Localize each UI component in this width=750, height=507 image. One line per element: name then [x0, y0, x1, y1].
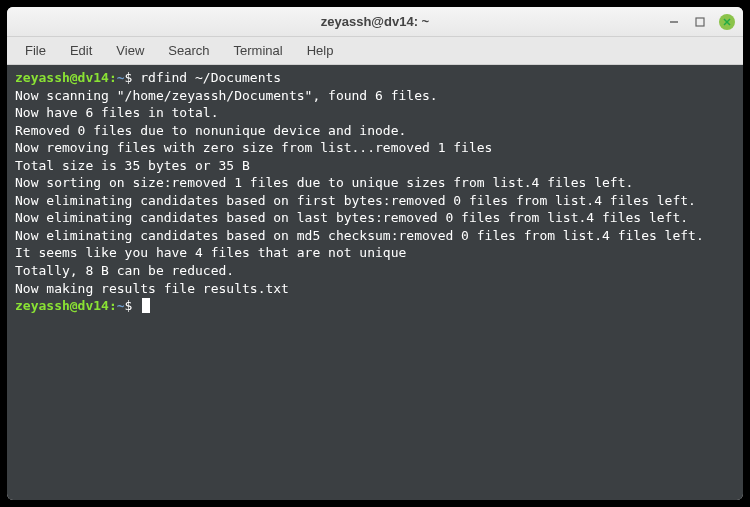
- terminal-window: zeyassh@dv14: ~ File Edit View Search Te…: [7, 7, 743, 500]
- output-line: Now removing files with zero size from l…: [15, 140, 492, 155]
- window-title: zeyassh@dv14: ~: [321, 14, 429, 29]
- output-line: Total size is 35 bytes or 35 B: [15, 158, 250, 173]
- output-line: Removed 0 files due to nonunique device …: [15, 123, 406, 138]
- close-button[interactable]: [719, 14, 735, 30]
- svg-rect-1: [696, 18, 704, 26]
- output-line: Now eliminating candidates based on last…: [15, 210, 688, 225]
- output-line: It seems like you have 4 files that are …: [15, 245, 406, 260]
- prompt-dollar: $: [125, 70, 133, 85]
- output-line: Now eliminating candidates based on firs…: [15, 193, 696, 208]
- terminal-body[interactable]: zeyassh@dv14:~$ rdfind ~/Documents Now s…: [7, 65, 743, 500]
- close-icon: [722, 17, 732, 27]
- window-controls: [667, 14, 735, 30]
- menu-search[interactable]: Search: [158, 39, 219, 62]
- menu-terminal[interactable]: Terminal: [224, 39, 293, 62]
- maximize-button[interactable]: [693, 15, 707, 29]
- output-line: Now have 6 files in total.: [15, 105, 219, 120]
- menu-view[interactable]: View: [106, 39, 154, 62]
- prompt-path: ~: [117, 70, 125, 85]
- output-line: Totally, 8 B can be reduced.: [15, 263, 234, 278]
- maximize-icon: [695, 17, 705, 27]
- menu-help[interactable]: Help: [297, 39, 344, 62]
- titlebar: zeyassh@dv14: ~: [7, 7, 743, 37]
- prompt-user-host: zeyassh@dv14: [15, 298, 109, 313]
- minimize-button[interactable]: [667, 15, 681, 29]
- prompt-dollar: $: [125, 298, 133, 313]
- output-line: Now making results file results.txt: [15, 281, 289, 296]
- prompt-user-host: zeyassh@dv14: [15, 70, 109, 85]
- output-line: Now scanning "/home/zeyassh/Documents", …: [15, 88, 438, 103]
- prompt-colon: :: [109, 70, 117, 85]
- menubar: File Edit View Search Terminal Help: [7, 37, 743, 65]
- menu-edit[interactable]: Edit: [60, 39, 102, 62]
- output-line: Now eliminating candidates based on md5 …: [15, 228, 704, 243]
- command-text: rdfind ~/Documents: [140, 70, 281, 85]
- minimize-icon: [669, 17, 679, 27]
- output-line: Now sorting on size:removed 1 files due …: [15, 175, 633, 190]
- prompt-path: ~: [117, 298, 125, 313]
- prompt-colon: :: [109, 298, 117, 313]
- menu-file[interactable]: File: [15, 39, 56, 62]
- cursor: [142, 298, 150, 313]
